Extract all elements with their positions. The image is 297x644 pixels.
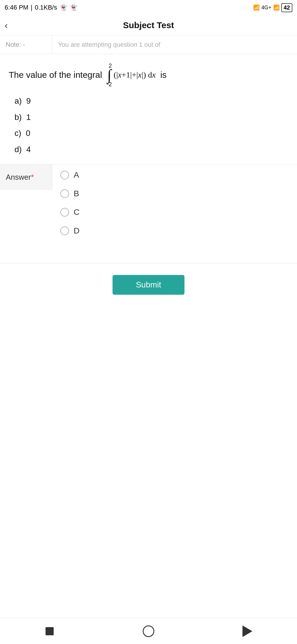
required-indicator: * [31,173,34,181]
radio-circle-c [60,208,69,217]
triangle-icon [242,625,252,637]
radio-option-d[interactable]: D [60,226,79,235]
option-a-value: 9 [26,96,31,105]
note-label: Note: - [0,36,52,54]
question-suffix: is [160,68,167,82]
signal-icon: 📶 [253,4,260,11]
home-button[interactable] [41,623,58,640]
radio-circle-b [60,189,69,198]
radio-label-b: B [74,189,79,198]
answer-label-col: Answer* [0,165,52,190]
integral-symbol-wrap: 2 ∫ -2 [107,63,112,87]
radio-label-d: D [74,226,79,235]
status-bar: 6:46 PM | 0.1KB/s 👻 👻 📶 4G+ 📶 42 [0,0,297,15]
back-button[interactable]: ‹ [5,21,8,30]
answer-options-col: A B C D [52,165,88,241]
option-b-key: b) [15,113,26,122]
ghost-icon: 👻 [59,4,67,11]
time-display: 6:46 PM [5,4,28,11]
radio-option-b[interactable]: B [60,189,79,198]
radio-label-a: A [74,170,79,180]
network-type: 4G+ [261,5,271,11]
bottom-space [0,312,297,544]
integral-lower: -2 [107,81,112,87]
option-d-value: 4 [26,145,31,154]
radio-circle-d [60,226,69,235]
battery-indicator: 42 [281,3,292,12]
note-text: You are attempting question 1 out of [52,36,166,54]
circle-icon [143,625,154,637]
snapchat-icon: 👻 [70,4,77,11]
lte-signal-icon: 📶 [273,4,280,11]
page-title: Subject Test [123,20,174,30]
option-c: c) 0 [15,126,288,140]
options-list: a) 9 b) 1 c) 0 d) 4 [9,94,288,156]
back-home-button[interactable] [140,623,157,640]
option-c-value: 0 [26,129,30,138]
integral-symbol: ∫ [107,67,111,82]
answer-section: Answer* A B C D [0,165,297,263]
square-icon [46,627,54,635]
speed-display: | [31,4,32,11]
back-nav-button[interactable] [239,623,256,640]
nav-bar [0,618,297,644]
network-speed: 0.1KB/s [35,4,57,11]
question-text: The value of the integral 2 ∫ -2 (|x+1|+… [9,63,288,87]
question-lead: The value of the integral [9,68,102,82]
status-right: 📶 4G+ 📶 42 [253,3,292,12]
radio-label-c: C [74,208,79,217]
app-header: ‹ Subject Test [0,15,297,36]
answer-label: Answer* [6,173,34,182]
radio-option-c[interactable]: C [60,208,79,217]
submit-area: Submit [0,263,297,312]
option-a-key: a) [15,96,26,105]
integral-expr: (|x+1|+|x|) dx [114,69,156,82]
question-area: The value of the integral 2 ∫ -2 (|x+1|+… [0,54,297,165]
option-d-key: d) [15,145,26,154]
radio-circle-a [60,171,69,179]
option-c-key: c) [15,129,26,138]
status-left: 6:46 PM | 0.1KB/s 👻 👻 [5,4,77,11]
option-b: b) 1 [15,110,288,124]
integral-expression: 2 ∫ -2 (|x+1|+|x|) dx [107,63,157,87]
option-d: d) 4 [15,143,288,156]
submit-button[interactable]: Submit [113,275,184,295]
note-bar: Note: - You are attempting question 1 ou… [0,36,297,54]
radio-option-a[interactable]: A [60,170,79,180]
option-a: a) 9 [15,94,288,108]
option-b-value: 1 [26,113,31,122]
